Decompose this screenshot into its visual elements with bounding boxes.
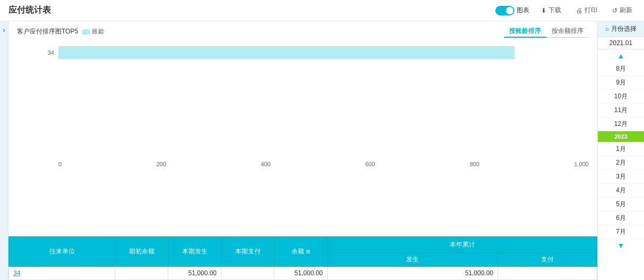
yue-icon: ⊞ [306, 249, 310, 254]
download-button[interactable]: ⬇ 下载 [538, 5, 564, 16]
download-icon: ⬇ [541, 7, 546, 14]
month-item-10[interactable]: 10月 [598, 90, 644, 104]
legend-item: 账龄 [82, 27, 105, 36]
cell-benqi-zhifu [221, 267, 274, 280]
sidebar-collapse-toggle[interactable]: › [0, 21, 8, 280]
chevron-right-icon: › [3, 26, 5, 34]
cell-benjian-zhifu [498, 267, 597, 280]
sort-by-amount-btn[interactable]: 按账龄排序 [504, 26, 546, 38]
month-item-8[interactable]: 8月 [598, 62, 644, 76]
legend-label: 账龄 [92, 27, 105, 36]
chart-section: 客户应付排序图TOP5 账龄 按账龄排序 按余额排序 [8, 21, 597, 236]
month-item-3[interactable]: 3月 [598, 170, 644, 184]
refresh-icon: ↺ [612, 7, 617, 14]
chart-header: 客户应付排序图TOP5 账龄 按账龄排序 按余额排序 [17, 26, 589, 38]
page-header: 应付统计表 图表 ⬇ 下载 🖨 打印 ↺ 刷新 [0, 0, 644, 21]
bar [58, 46, 514, 59]
left-panel: 客户应付排序图TOP5 账龄 按账龄排序 按余额排序 [8, 21, 597, 280]
x-axis: 0 200 400 600 800 1,000 [38, 161, 589, 167]
col-header-benqi-fasheng: 本期发生 [168, 237, 221, 267]
table-header-row: 往来单位 期初余额 本期发生 本期支付 余额 ⊞ 本年累计 [9, 237, 597, 253]
chart-sort-buttons: 按账龄排序 按余额排序 [504, 26, 589, 38]
col-header-laiwan: 往来单位 [9, 237, 115, 267]
bar-chart-area: 34 856天 0 200 400 600 800 [17, 42, 589, 180]
print-button[interactable]: 🖨 打印 [573, 5, 600, 16]
month-item-11[interactable]: 11月 [598, 104, 644, 117]
sidebar-scroll[interactable]: ▲ 8月 9月 10月 11月 12月 2023 1月 2月 3月 4月 5月 … [598, 49, 644, 280]
table-section: 往来单位 期初余额 本期发生 本期支付 余额 ⊞ 本年累计 发生 [8, 236, 597, 280]
print-icon: 🖨 [576, 7, 582, 14]
sort-by-balance-btn[interactable]: 按余额排序 [546, 26, 589, 38]
calendar-icon: ○ [605, 26, 609, 33]
sidebar-header: ○ 月份选择 [598, 21, 644, 37]
cell-laiwan[interactable]: 34 [9, 267, 115, 280]
x-tick-800: 800 [470, 161, 479, 167]
cell-benqi-fasheng: 51,000.00 [168, 267, 221, 280]
chart-toggle[interactable] [495, 6, 514, 15]
x-tick-200: 200 [157, 161, 166, 167]
bar-label: 34 [38, 49, 54, 56]
scroll-down-arrow[interactable]: ▼ [598, 239, 644, 252]
toggle-knob [506, 7, 513, 14]
bar-wrap: 856天 [58, 46, 589, 59]
scroll-up-arrow[interactable]: ▲ [598, 49, 644, 62]
month-item-7[interactable]: 7月 [598, 225, 644, 239]
sidebar-year-label: 2021.01 [598, 37, 644, 49]
month-item-4[interactable]: 4月 [598, 184, 644, 198]
col-subheader-zhifu: 支付 [498, 253, 597, 267]
page-title: 应付统计表 [8, 5, 51, 16]
month-item-6[interactable]: 6月 [598, 211, 644, 225]
x-tick-0: 0 [58, 161, 62, 167]
col-header-yue: 余额 ⊞ [274, 237, 328, 267]
cell-benjian-fasheng: 51,000.00 [328, 267, 498, 280]
x-tick-1000: 1,000 [574, 161, 589, 167]
refresh-button[interactable]: ↺ 刷新 [609, 5, 636, 16]
month-item-1[interactable]: 1月 [598, 142, 644, 156]
chart-legend-title: 客户应付排序图TOP5 [17, 27, 78, 36]
legend-color-box [82, 29, 90, 35]
chart-toggle-label: 图表 [517, 6, 529, 15]
header-actions: 图表 ⬇ 下载 🖨 打印 ↺ 刷新 [495, 5, 636, 16]
month-item-5[interactable]: 5月 [598, 198, 644, 211]
main-content: › 客户应付排序图TOP5 账龄 按账龄排序 按余额排序 [0, 21, 644, 280]
month-item-12[interactable]: 12月 [598, 117, 644, 131]
month-item-2[interactable]: 2月 [598, 156, 644, 170]
x-tick-400: 400 [261, 161, 270, 167]
year-2023-label: 2023 [598, 131, 644, 142]
chart-toggle-wrap[interactable]: 图表 [495, 6, 529, 15]
chart-legend: 客户应付排序图TOP5 账龄 [17, 27, 105, 36]
table-body: 34 51,000.00 51,000.00 51,000.00 [9, 267, 597, 280]
month-item-9[interactable]: 9月 [598, 76, 644, 90]
col-subheader-fasheng: 发生 [328, 253, 498, 267]
table-row: 34 51,000.00 51,000.00 51,000.00 [9, 267, 597, 280]
bar-row: 34 856天 [38, 42, 589, 63]
cell-yue: 51,000.00 [274, 267, 328, 280]
chart-bars: 34 856天 [38, 42, 589, 159]
col-header-benjian: 本年累计 [328, 237, 597, 253]
col-header-qichu: 期初余额 [115, 237, 168, 267]
right-sidebar: ○ 月份选择 2021.01 ▲ 8月 9月 10月 11月 12月 2023 … [597, 21, 644, 280]
col-header-benqi-zhifu: 本期支付 [221, 237, 274, 267]
x-tick-600: 600 [365, 161, 375, 167]
data-table: 往来单位 期初余额 本期发生 本期支付 余额 ⊞ 本年累计 发生 [8, 236, 597, 280]
cell-qichu [115, 267, 168, 280]
